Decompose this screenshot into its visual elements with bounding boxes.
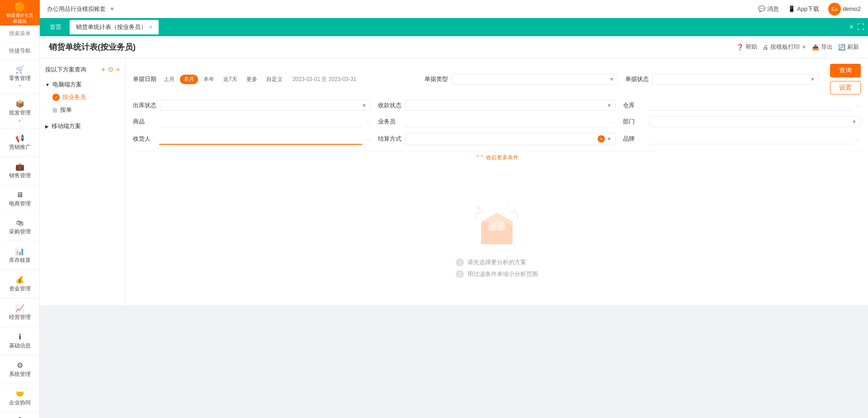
add-scheme-button[interactable]: + bbox=[101, 66, 105, 74]
settlement-select[interactable]: × ▼ bbox=[405, 133, 616, 145]
goods-label: 商品 bbox=[133, 118, 156, 126]
empty-step-1: 1 请先选择要分析的方案 bbox=[456, 258, 538, 266]
scheme-order-icon: ⊞ bbox=[52, 107, 57, 114]
print-button[interactable]: 🖨 按模板打印 ▼ bbox=[763, 43, 807, 51]
search-menu-label[interactable]: 搜索菜单 bbox=[9, 30, 31, 37]
desktop-scheme-parent[interactable]: ▼ 电脑端方案 bbox=[40, 78, 125, 91]
payment-chevron-icon: ▼ bbox=[607, 103, 612, 108]
purchase-icon: 🛍 bbox=[16, 219, 24, 227]
export-button[interactable]: 📤 导出 bbox=[812, 43, 833, 51]
maximize-btn[interactable]: ⛶ bbox=[857, 23, 864, 31]
sidebar-item-collab[interactable]: 🤝 企业协同 bbox=[0, 386, 39, 410]
app-download-button[interactable]: 📱 App下载 bbox=[788, 5, 819, 13]
app-logo[interactable]: 🟠 畅捷通好生意 标题版 bbox=[0, 0, 40, 25]
tab-sales-stats[interactable]: 销货单统计表（按业务员） × bbox=[70, 20, 159, 34]
doc-type-select[interactable]: ▼ bbox=[452, 74, 618, 85]
sidebar-item-ops[interactable]: 📈 经营管理 bbox=[0, 300, 39, 325]
sidebar-item-finance[interactable]: 💰 资金管理 bbox=[0, 272, 39, 296]
out-status-label: 出库状态 bbox=[133, 101, 156, 109]
sidebar-item-sales[interactable]: 💼 销售管理 bbox=[0, 159, 39, 183]
settings-button[interactable]: 设置 bbox=[830, 81, 861, 95]
avatar: Ea bbox=[828, 3, 841, 15]
page-actions: ❓ 帮助 🖨 按模板打印 ▼ 📤 导出 🔄 刷新 bbox=[736, 43, 859, 51]
download-icon: 📱 bbox=[788, 5, 795, 12]
sidebar-item-basic[interactable]: ℹ 基础信息 bbox=[0, 329, 39, 353]
query-button[interactable]: 查询 bbox=[830, 64, 861, 77]
tab-close-icon[interactable]: × bbox=[149, 24, 152, 30]
collapse-sidebar-button[interactable]: « bbox=[116, 66, 120, 74]
print-arrow-icon[interactable]: ▼ bbox=[802, 44, 807, 50]
date-this-year-btn[interactable]: 本年 bbox=[200, 75, 218, 84]
scheme-by-salesperson[interactable]: ✓ 按业务员 bbox=[40, 91, 125, 104]
help-icon: ❓ bbox=[736, 44, 744, 51]
payment-status-label: 收款状态 bbox=[378, 101, 401, 109]
svg-point-7 bbox=[507, 205, 509, 207]
query-buttons: 查询 设置 bbox=[830, 64, 861, 95]
app-title[interactable]: 办公用品行业模拟账套 bbox=[47, 5, 106, 13]
messages-button[interactable]: 💬 消息 bbox=[758, 5, 779, 13]
dept-chevron-icon: ▼ bbox=[852, 119, 857, 124]
sidebar-item-inventory[interactable]: 📊 库存核算 bbox=[0, 243, 39, 268]
print-icon: 🖨 bbox=[763, 44, 769, 51]
salesperson-dots-icon[interactable]: ··· bbox=[611, 119, 616, 125]
warehouse-input[interactable] bbox=[649, 100, 852, 111]
sidebar-item-newbie[interactable]: 🎓 新手引导 bbox=[0, 413, 39, 418]
date-group: 上月 本月 本年 近7天 更多 自定义 bbox=[160, 75, 286, 84]
scheme-order-label: 按单 bbox=[60, 106, 72, 114]
collapse-conditions-bar[interactable]: ⌃⌃ 收起更多条件 bbox=[133, 151, 861, 164]
sidebar-item-ecom[interactable]: 🖥 电商管理 bbox=[0, 187, 39, 211]
receiver-input[interactable] bbox=[159, 133, 362, 145]
topbar: 办公用品行业模拟账套 ▼ 💬 消息 📱 App下载 Ea demo2 bbox=[40, 0, 868, 18]
edit-scheme-button[interactable]: ⊙ bbox=[108, 66, 113, 74]
dept-field: 部门 ▼ bbox=[623, 116, 861, 127]
date-last-month-btn[interactable]: 上月 bbox=[160, 75, 178, 84]
goods-input[interactable] bbox=[159, 116, 362, 127]
step-2-num: 2 bbox=[456, 270, 464, 278]
settlement-field: 结算方式 × ▼ bbox=[378, 133, 616, 145]
search-menu-area[interactable]: 搜索菜单 bbox=[0, 25, 39, 43]
sidebar-item-purchase[interactable]: 🛍 采购管理 bbox=[0, 215, 39, 239]
dept-select[interactable]: ▼ bbox=[649, 116, 861, 127]
purchase-label: 采购管理 bbox=[9, 228, 31, 236]
minimize-btn[interactable]: × bbox=[849, 23, 854, 31]
shortcut-label[interactable]: 快捷导航 bbox=[9, 45, 31, 57]
ecom-icon: 🖥 bbox=[16, 191, 24, 199]
finance-label: 资金管理 bbox=[9, 285, 31, 293]
date-7days-btn[interactable]: 近7天 bbox=[220, 75, 241, 84]
goods-dots-icon[interactable]: ··· bbox=[366, 119, 371, 125]
sidebar-section-wholesale: 📦 批发管理 ▲ bbox=[0, 94, 39, 128]
date-more-btn[interactable]: 更多 bbox=[243, 75, 261, 84]
brand-field: 品牌 ··· bbox=[623, 133, 861, 144]
receiver-dots-icon[interactable]: ··· bbox=[366, 136, 371, 142]
warehouse-dots-icon[interactable]: ··· bbox=[856, 102, 861, 109]
dropdown-arrow-icon[interactable]: ▼ bbox=[109, 6, 115, 12]
empty-illustration bbox=[470, 197, 524, 251]
filter-row-4: 收货人 ··· 结算方式 × ▼ bbox=[133, 133, 861, 145]
sidebar-item-wholesale[interactable]: 📦 批发管理 ▲ bbox=[0, 96, 39, 126]
filter-content-wrapper: 按以下方案查询 + ⊙ « ▼ 电脑端方案 ✓ 按业务员 bbox=[40, 58, 868, 305]
date-this-month-btn[interactable]: 本月 bbox=[180, 75, 198, 84]
date-custom-btn[interactable]: 自定义 bbox=[263, 75, 286, 84]
out-status-select[interactable]: ▼ bbox=[160, 100, 371, 111]
sidebar-item-marketing[interactable]: 📢 营销推广 bbox=[0, 130, 39, 155]
payment-status-select[interactable]: ▼ bbox=[405, 100, 616, 111]
sidebar-item-retail[interactable]: 🛒 零售管理 ▼ bbox=[0, 62, 39, 92]
step-2-text: 用过滤条件来缩小分析范围 bbox=[467, 270, 538, 278]
salesperson-input[interactable] bbox=[404, 116, 607, 127]
brand-input[interactable] bbox=[649, 133, 852, 144]
settlement-clear-icon[interactable]: × bbox=[598, 135, 605, 142]
doc-status-select[interactable]: ▼ bbox=[652, 74, 819, 85]
mobile-scheme-parent[interactable]: ▶ 移动端方案 bbox=[40, 120, 125, 133]
scheme-by-order[interactable]: ⊞ 按单 bbox=[40, 104, 125, 116]
sidebar-item-system[interactable]: ⚙ 系统管理 bbox=[0, 357, 39, 382]
svg-point-5 bbox=[477, 207, 480, 209]
shortcut-nav[interactable]: 快捷导航 bbox=[0, 43, 39, 60]
user-profile[interactable]: Ea demo2 bbox=[828, 3, 861, 15]
tab-home[interactable]: 首页 bbox=[43, 20, 68, 34]
refresh-button[interactable]: 🔄 刷新 bbox=[838, 43, 859, 51]
out-status-chevron-icon: ▼ bbox=[362, 103, 367, 108]
filter-row-1: 单据日期 上月 本月 本年 近7天 更多 自定义 2023-03-01 至 20… bbox=[133, 64, 861, 95]
doc-status-field: 单据状态 ▼ bbox=[625, 74, 819, 85]
help-button[interactable]: ❓ 帮助 bbox=[736, 43, 757, 51]
brand-dots-icon[interactable]: ··· bbox=[856, 136, 861, 142]
